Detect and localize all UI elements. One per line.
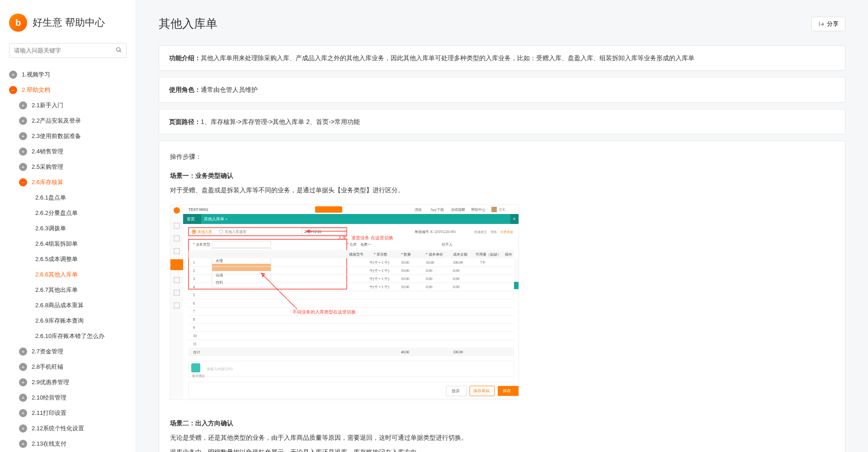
svg-text:1: 1 — [193, 261, 195, 265]
search-wrap — [9, 43, 127, 58]
svg-text:*: * — [374, 252, 376, 257]
nav-2-1[interactable]: +2.1新手入门 — [9, 98, 127, 113]
svg-text:火理: 火理 — [216, 259, 223, 263]
nav-2-6-5[interactable]: 2.6.5成本调整单 — [9, 252, 127, 267]
svg-text:7: 7 — [193, 309, 195, 314]
sidebar: b 好生意 帮助中心 +1.视频学习 −2.帮助文档 +2.1新手入门 +2.2… — [0, 0, 136, 452]
svg-rect-8 — [170, 259, 183, 270]
nav-2-2[interactable]: +2.2产品安装及登录 — [9, 113, 127, 128]
nav-2-6-9[interactable]: 2.6.9库存账本查询 — [9, 313, 127, 328]
role-text: 通常由仓管人员维护 — [201, 86, 258, 93]
svg-rect-44 — [212, 241, 271, 247]
svg-rect-114 — [189, 361, 514, 377]
svg-text:0.00: 0.00 — [426, 285, 432, 289]
svg-text:8: 8 — [193, 318, 195, 322]
nav-2-6-3[interactable]: 2.6.3调拨单 — [9, 221, 127, 236]
svg-text:10.00: 10.00 — [401, 285, 409, 289]
svg-text:▾: ▾ — [518, 389, 519, 393]
nav-2-6-2[interactable]: 2.6.2分量盘点单 — [9, 205, 127, 221]
svg-text:*: * — [193, 243, 195, 247]
nav-2-6-8[interactable]: 2.6.8商品成本重算 — [9, 298, 127, 313]
svg-text:10: 10 — [193, 334, 197, 338]
logo-row: b 好生意 帮助中心 — [9, 14, 127, 32]
svg-rect-19 — [491, 207, 497, 212]
path-text: 1、库存核算->库存管理->其他入库单 2、首页->常用功能 — [201, 118, 360, 125]
nav-2-12[interactable]: +2.12系统个性化设置 — [9, 421, 127, 436]
share-button[interactable]: 分享 — [811, 17, 845, 31]
search-input[interactable] — [9, 43, 127, 58]
svg-rect-12 — [183, 205, 519, 214]
svg-line-1 — [120, 51, 121, 52]
svg-text:40.00: 40.00 — [401, 350, 409, 354]
svg-text:其他入库单 ×: 其他入库单 × — [204, 217, 227, 221]
scene2-text2: 退库业务中，明细数量均以负值红色展示。无论是入库还是退库，库存账均记在入库方向。 — [170, 446, 834, 452]
nav-2-8[interactable]: +2.8手机旺铺 — [9, 359, 127, 375]
svg-text:其他入库: 其他入库 — [198, 230, 212, 234]
nav-video[interactable]: +1.视频学习 — [9, 67, 127, 82]
nav-2-6-7[interactable]: 2.6.7其他出库单 — [9, 282, 127, 298]
plus-icon: + — [19, 440, 27, 448]
svg-text:仓库一: 仓库一 — [360, 243, 371, 247]
nav-2-6-1[interactable]: 2.6.1盘点单 — [9, 190, 127, 205]
svg-text:首页: 首页 — [187, 217, 195, 221]
search-icon[interactable] — [116, 47, 122, 54]
svg-text:放弃: 放弃 — [452, 389, 460, 393]
intro-label: 功能介绍： — [169, 54, 201, 62]
nav-2-7[interactable]: +2.7资金管理 — [9, 344, 127, 359]
plus-icon: + — [19, 163, 27, 171]
svg-text:10.00: 10.00 — [401, 277, 409, 281]
plus-icon: + — [9, 71, 17, 79]
svg-text:库存数: 库存数 — [377, 252, 387, 257]
svg-text:*: * — [426, 252, 428, 257]
nav-2-10[interactable]: +2.10经营管理 — [9, 390, 127, 405]
svg-text:业务类型: 业务类型 — [196, 243, 210, 247]
svg-text:其他入库退库: 其他入库退库 — [225, 230, 246, 234]
svg-text:3: 3 — [193, 277, 195, 281]
svg-rect-14 — [315, 206, 342, 213]
plus-icon: + — [19, 347, 27, 356]
svg-text:业绩提醒: 业绩提醒 — [451, 208, 465, 212]
nav-2-11[interactable]: +2.11打印设置 — [9, 405, 127, 421]
svg-point-30 — [193, 231, 195, 233]
nav-2-5[interactable]: +2.5采购管理 — [9, 159, 127, 175]
intro-box: 功能介绍：其他入库单用来处理除采购入库、产成品入库之外的其他入库业务，因此其他入… — [159, 45, 845, 71]
svg-text:App下载: App下载 — [430, 208, 444, 212]
svg-text:经手人: 经手人 — [442, 243, 453, 247]
svg-text:0.00: 0.00 — [453, 285, 459, 289]
nav-2-9[interactable]: +2.9优惠券管理 — [9, 375, 127, 390]
nav-2-3[interactable]: +2.3使用前数据准备 — [9, 128, 127, 144]
nav-2-6-6[interactable]: 2.6.6其他入库单 — [9, 267, 127, 282]
svg-text:审核: 审核 — [491, 230, 497, 234]
nav-2-4[interactable]: +2.4销售管理 — [9, 144, 127, 159]
svg-rect-108 — [189, 348, 514, 356]
svg-text:10.00: 10.00 — [426, 261, 434, 265]
scene2-title: 场景二：出入方向确认 — [170, 417, 834, 429]
nav-docs[interactable]: −2.帮助文档 — [9, 82, 127, 98]
svg-text:2019-12-26: 2019-12-26 — [304, 230, 321, 234]
svg-text:快速建立: 快速建立 — [474, 230, 487, 234]
steps-label: 操作步骤： — [170, 150, 834, 163]
svg-text:6: 6 — [193, 301, 195, 305]
svg-point-0 — [117, 48, 120, 51]
svg-rect-3 — [170, 205, 183, 400]
svg-rect-115 — [191, 363, 200, 372]
plus-icon: + — [19, 394, 27, 402]
share-label: 分享 — [827, 20, 839, 28]
svg-text:0.00: 0.00 — [426, 277, 432, 281]
role-label: 使用角色： — [169, 86, 201, 93]
svg-text:10.00: 10.00 — [401, 261, 409, 265]
svg-text:100.00: 100.00 — [453, 350, 463, 354]
main-content: 其他入库单 分享 功能介绍：其他入库单用来处理除采购入库、产成品入库之外的其他入… — [136, 0, 868, 452]
svg-text:合计: 合计 — [193, 350, 200, 354]
intro-text: 其他入库单用来处理除采购入库、产成品入库之外的其他入库业务，因此其他入库单可处理… — [201, 54, 694, 62]
nav-2-13[interactable]: +2.13在线支付 — [9, 436, 127, 452]
nav-2-6-10[interactable]: 2.6.10库存账本错了怎么办 — [9, 328, 127, 344]
svg-text:C C: C C — [500, 208, 505, 212]
svg-text:单据编号 JC-20191226-001: 单据编号 JC-20191226-001 — [415, 230, 456, 234]
nav-2-6-4[interactable]: 2.6.4组装拆卸单 — [9, 236, 127, 252]
share-icon — [818, 21, 825, 27]
svg-text:可用量（如缺）: 可用量（如缺） — [476, 252, 501, 257]
svg-text:操作: 操作 — [505, 252, 512, 257]
embedded-screenshot: TEST-H002 消息 App下载 业绩提醒 帮助中心 C C 首页 其他 — [170, 205, 519, 400]
nav-2-6[interactable]: −2.6库存核算 — [9, 175, 127, 190]
